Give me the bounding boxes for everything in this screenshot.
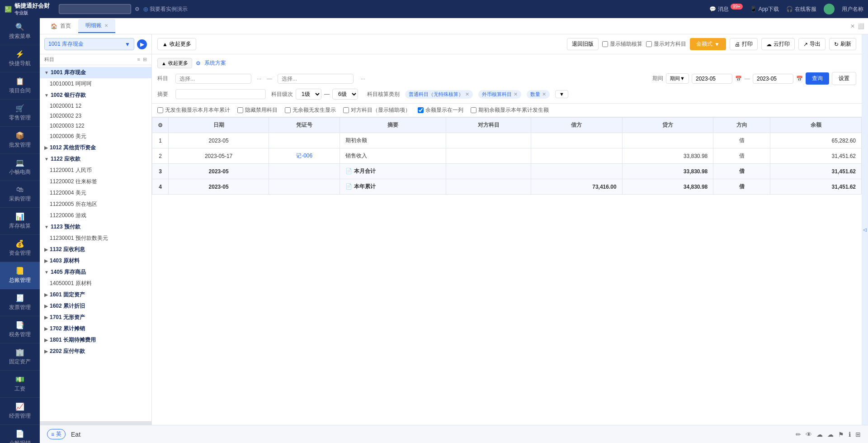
tree-item-1602[interactable]: 1602 累计折旧 xyxy=(40,300,151,312)
sidebar-item-retail[interactable]: 🛒 零售管理 xyxy=(0,100,40,127)
tree-item-10020002[interactable]: 10020002 23 xyxy=(40,111,151,121)
right-sidebar[interactable]: ◁ xyxy=(862,34,868,425)
tree-item-1122[interactable]: 1122 应收款 xyxy=(40,153,151,165)
user-avatar[interactable] xyxy=(824,4,835,14)
quantity-dropdown-btn[interactable]: ▼ xyxy=(555,90,568,98)
query-btn[interactable]: 查询 xyxy=(806,72,829,85)
opt-opening-cumulative-checkbox[interactable] xyxy=(471,107,476,113)
tag-foreign-close[interactable]: ✕ xyxy=(514,91,518,97)
cloud-print-btn[interactable]: ☁ 云打印 xyxy=(761,38,795,50)
tree-item-10020001[interactable]: 10020001 12 xyxy=(40,101,151,111)
subject-more-icon[interactable]: ··· xyxy=(257,76,261,82)
filter-collapse-btn[interactable]: ▲ 收起更多 xyxy=(157,58,192,68)
account-selector[interactable]: 1001 库存现金 ▼ xyxy=(44,38,134,50)
show-contra-checkbox[interactable] xyxy=(646,41,652,47)
tree-item-11220006[interactable]: 11220006 游戏 xyxy=(40,210,151,221)
period-from-input[interactable] xyxy=(692,74,732,84)
tree-item-1123[interactable]: 1123 预付款 xyxy=(40,221,151,233)
subject-end-input[interactable] xyxy=(278,74,354,84)
tree-item-1701[interactable]: 1701 无形资产 xyxy=(40,312,151,323)
tree-item-14050001[interactable]: 14050001 原材料 xyxy=(40,278,151,289)
tree-item-1801[interactable]: 1801 长期待摊费用 xyxy=(40,334,151,346)
tree-item-1012[interactable]: 1012 其他货币资金 xyxy=(40,142,151,153)
opt-no-balance-checkbox[interactable] xyxy=(285,107,291,113)
tree-item-10010001[interactable]: 10010001 呵呵呵 xyxy=(40,78,151,90)
online-service-btn[interactable]: 🎧 在线客服 xyxy=(786,5,816,13)
tree-item-2202[interactable]: 2202 应付年款 xyxy=(40,346,151,357)
tab-home[interactable]: 🏠 首页 xyxy=(43,19,78,33)
print-btn[interactable]: 🖨 打印 xyxy=(730,38,758,50)
collapse-more-btn[interactable]: ▲ 收起更多 xyxy=(157,38,196,50)
sidebar-item-fixed[interactable]: 🏢 固定资产 xyxy=(0,343,40,371)
sidebar-item-project[interactable]: 📋 项目合同 xyxy=(0,72,40,100)
sidebar-item-tax[interactable]: 📑 税务管理 xyxy=(0,316,40,343)
sidebar-item-ecommerce[interactable]: 💻 小畅电商 xyxy=(0,154,40,181)
level-from-select[interactable]: 1级2级3级 xyxy=(296,89,321,100)
nav-next-btn[interactable]: ▶ xyxy=(137,39,147,49)
tab-close-icon[interactable]: ✕ xyxy=(104,23,108,28)
export-btn[interactable]: ↗ 导出 xyxy=(798,38,826,50)
demo-link[interactable]: 我要看实例演示 xyxy=(143,5,188,13)
settings-icon[interactable]: ⚙ xyxy=(135,6,140,12)
tree-expand-icon[interactable]: ⊞ xyxy=(143,57,147,62)
opt-balance-one-line-checkbox[interactable] xyxy=(418,107,424,113)
voucher-link[interactable]: 记-006 xyxy=(296,152,312,159)
tree-item-10020006[interactable]: 10020006 美元 xyxy=(40,131,151,142)
sidebar-item-finance[interactable]: 💰 资金管理 xyxy=(0,235,40,262)
tag-foreign[interactable]: 外币核算科目 ✕ xyxy=(478,90,521,99)
sidebar-item-wholesale[interactable]: 📦 批发管理 xyxy=(0,127,40,154)
opt-show-contra-checkbox[interactable] xyxy=(343,107,349,113)
settings-btn[interactable]: 设置 xyxy=(832,72,856,85)
gold-mode-btn[interactable]: 金额式 ▼ xyxy=(690,38,726,50)
top-search-input[interactable] xyxy=(59,4,131,14)
tree-list-icon[interactable]: ≡ xyxy=(137,57,140,62)
cloud-icon[interactable]: ☁ xyxy=(816,431,823,438)
period-calendar-icon-1[interactable]: 📅 xyxy=(735,76,742,82)
tree-item-1601[interactable]: 1601 固定资产 xyxy=(40,289,151,300)
tag-quantity[interactable]: 数量 ✕ xyxy=(527,90,550,99)
col-gear[interactable]: ⚙ xyxy=(152,118,169,133)
sidebar-item-purchase[interactable]: 🛍 采购管理 xyxy=(0,181,40,208)
scheme-selector[interactable]: ⚙ 系统方案 xyxy=(196,59,226,67)
subject-end-more-icon[interactable]: ··· xyxy=(361,76,365,82)
subject-input[interactable] xyxy=(175,74,251,84)
flag-icon[interactable]: ⚑ xyxy=(838,431,844,438)
tree-item-11220005[interactable]: 11220005 所在地区 xyxy=(40,199,151,210)
tree-item-10020003[interactable]: 10020003 122 xyxy=(40,121,151,131)
period-calendar-icon-2[interactable]: 📅 xyxy=(796,76,803,82)
cloud2-icon[interactable]: ☁ xyxy=(827,431,834,438)
sidebar-item-search[interactable]: 🔍 搜索菜单 xyxy=(0,18,40,45)
tab-detail[interactable]: 明细账 ✕ xyxy=(78,19,115,33)
app-download-btn[interactable]: 📱 App下载 xyxy=(750,5,779,13)
tree-item-11220004[interactable]: 11220004 美元 xyxy=(40,187,151,199)
tag-normal[interactable]: 普通科目（无特殊核算） ✕ xyxy=(405,90,473,99)
return-old-btn[interactable]: 退回旧版 xyxy=(567,38,599,50)
show-aux-checkbox[interactable] xyxy=(602,41,608,47)
tag-normal-close[interactable]: ✕ xyxy=(465,91,469,97)
sidebar-item-ledger[interactable]: 📒 总账管理 xyxy=(0,262,40,289)
level-to-select[interactable]: 6级2级3级 xyxy=(332,89,358,100)
window-maximize-icon[interactable]: ⬜ xyxy=(858,23,864,29)
tree-item-11220002[interactable]: 11220002 往来标签 xyxy=(40,176,151,187)
period-to-input[interactable] xyxy=(753,74,793,84)
sidebar-item-salary[interactable]: 💵 工资 xyxy=(0,371,40,398)
tree-item-1702[interactable]: 1702 累计摊销 xyxy=(40,323,151,334)
tree-item-1132[interactable]: 1132 应收利息 xyxy=(40,244,151,255)
opt-no-amount-checkbox[interactable] xyxy=(157,107,163,113)
sidebar-item-operation[interactable]: 📈 经营管理 xyxy=(0,398,40,425)
info-icon[interactable]: ℹ xyxy=(849,431,851,438)
window-minimize-icon[interactable]: ✕ xyxy=(850,23,855,29)
tree-item-11230001[interactable]: 11230001 预付款数美元 xyxy=(40,233,151,244)
apps-icon[interactable]: ⊞ xyxy=(855,431,861,438)
edit-icon[interactable]: ✏ xyxy=(796,431,801,438)
eye-icon[interactable]: 👁 xyxy=(806,431,812,438)
tree-item-1405[interactable]: 1405 库存商品 xyxy=(40,267,151,278)
sidebar-item-invoice[interactable]: 🧾 发票管理 xyxy=(0,289,40,316)
opt-hide-disabled-checkbox[interactable] xyxy=(237,107,243,113)
tree-item-1001[interactable]: 1001 库存现金 xyxy=(40,67,151,78)
tag-quantity-close[interactable]: ✕ xyxy=(542,91,546,97)
tree-item-11220001[interactable]: 11220001 人民币 xyxy=(40,165,151,176)
tree-item-1403[interactable]: 1403 原材料 xyxy=(40,255,151,267)
summary-input[interactable] xyxy=(175,89,266,99)
message-btn[interactable]: 💬 消息 99+ xyxy=(709,5,743,13)
